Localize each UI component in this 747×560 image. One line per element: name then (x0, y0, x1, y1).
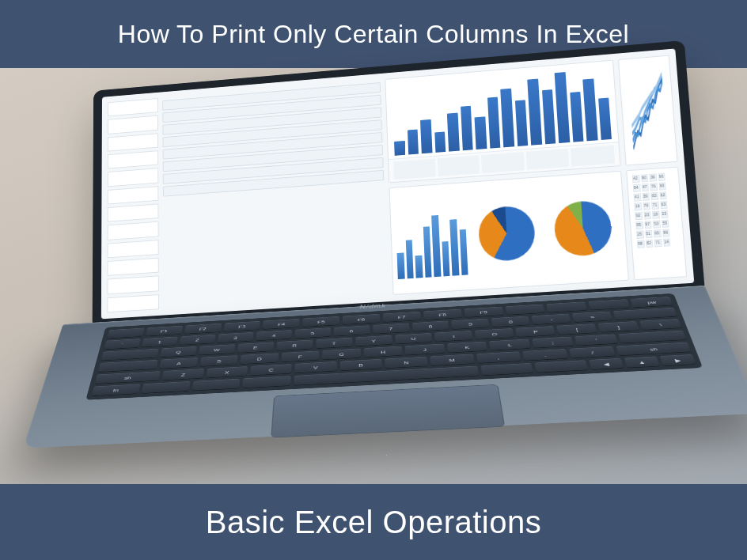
key-1: 1 (142, 337, 178, 348)
key-F2: F2 (184, 324, 222, 335)
trackpad (271, 384, 505, 438)
key-◀: ◀ (589, 358, 624, 370)
key-B: B (339, 359, 381, 371)
key-T: T (316, 338, 352, 349)
key-F: F (281, 350, 319, 362)
category-label: Basic Excel Operations (206, 505, 542, 540)
key-opt (191, 379, 241, 392)
row-header-column (107, 98, 159, 312)
key-F9: F9 (464, 307, 503, 318)
key-F11 (547, 301, 588, 312)
laptop-screen-bezel: 4290369084477690413983621679716392231823… (93, 40, 705, 324)
laptop-illustration: 4290369084477690413983621679716392231823… (61, 40, 721, 511)
key-F8: F8 (423, 309, 462, 320)
line-chart (618, 55, 678, 166)
key-/: / (569, 346, 616, 359)
key-2: 2 (179, 335, 215, 346)
key-9: 9 (451, 319, 489, 330)
bar-chart-blue (385, 60, 620, 184)
bar-chart-orange (669, 171, 687, 262)
key-F4: F4 (263, 319, 300, 330)
excel-dashboard: 4290369084477690413983621679716392231823… (101, 48, 694, 319)
key-;: ; (532, 337, 574, 349)
key-F12 (588, 299, 630, 310)
laptop-brand: N/dmk (360, 303, 387, 310)
pie-chart-2 (553, 199, 613, 257)
key-N: N (385, 357, 427, 369)
category-banner: Basic Excel Operations (0, 484, 747, 560)
key-3: 3 (218, 332, 254, 343)
key-': ' (574, 334, 617, 346)
key-\: \ (639, 319, 681, 331)
key-6: 6 (333, 325, 370, 336)
key-]: ] (598, 321, 639, 333)
key-opt (534, 360, 587, 373)
table-and-orange-bar: 4290369084477690413983621679716392231823… (626, 167, 687, 281)
key-tab (101, 349, 159, 361)
key-sh: sh (95, 371, 161, 384)
key-esc (107, 328, 144, 339)
key-sh: sh (616, 342, 691, 356)
key-L: L (489, 339, 530, 351)
tutorial-card: How To Print Only Certain Columns In Exc… (0, 0, 747, 560)
key-W: W (199, 344, 235, 355)
key-caps (98, 360, 158, 373)
key-Z: Z (162, 369, 204, 380)
key-I: I (434, 331, 472, 342)
key--: - (532, 314, 571, 325)
key-M: M (430, 354, 474, 365)
key-F1: F1 (146, 326, 183, 337)
key-[: [ (556, 324, 597, 335)
pie-and-mini-bar (389, 171, 629, 295)
key-R: R (276, 340, 313, 351)
key-H: H (364, 346, 403, 358)
key-V: V (294, 361, 336, 373)
key-ctrl (142, 381, 191, 394)
key-pw: pw (631, 297, 673, 308)
key-F6: F6 (343, 314, 380, 325)
key-G: G (322, 348, 360, 360)
key-U: U (395, 333, 433, 344)
key-Q: Q (160, 346, 197, 358)
key-K: K (447, 342, 487, 354)
key-E: E (237, 342, 274, 353)
key-F5: F5 (302, 316, 339, 327)
key-8: 8 (411, 320, 449, 331)
key-0: 0 (491, 316, 530, 327)
key-ret (618, 331, 686, 344)
key-X: X (206, 366, 248, 378)
key-▶: ▶ (660, 354, 696, 366)
key-`: ` (104, 339, 140, 350)
key-F10 (505, 304, 545, 315)
key-.: . (522, 349, 568, 361)
key-=: = (572, 312, 612, 323)
key-S: S (199, 355, 238, 367)
key-,: , (476, 351, 521, 363)
key-A: A (160, 358, 199, 369)
key-4: 4 (256, 330, 292, 341)
ribbon-icons (162, 79, 388, 308)
key-D: D (241, 353, 279, 365)
key-O: O (475, 328, 514, 340)
pie-chart-1 (477, 204, 536, 262)
key-J: J (405, 344, 445, 356)
key-5: 5 (294, 327, 330, 339)
key-F7: F7 (383, 312, 421, 323)
key-▲: ▲ (624, 356, 660, 368)
key-F3: F3 (223, 321, 260, 332)
data-grid: 4290369084477690413983621679716392231823… (632, 173, 673, 274)
key-del (613, 308, 677, 320)
key-C: C (250, 364, 292, 376)
key-fn: fn (92, 384, 141, 396)
key-7: 7 (373, 323, 409, 334)
key-cmd (243, 376, 292, 388)
key-cmd (481, 363, 533, 376)
page-title: How To Print Only Certain Columns In Exc… (118, 20, 629, 49)
key-Y: Y (355, 335, 392, 346)
key-P: P (516, 326, 556, 338)
